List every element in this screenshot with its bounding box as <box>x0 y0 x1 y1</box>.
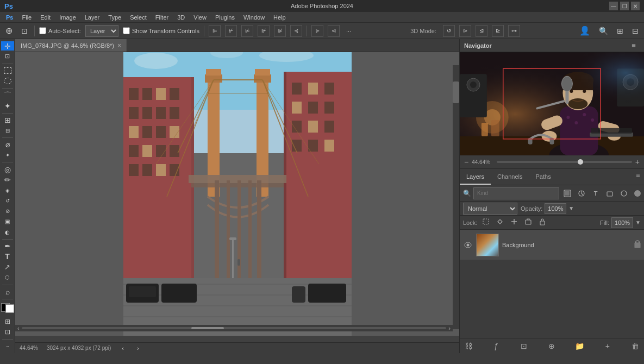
profile-btn[interactable]: 👤 <box>577 24 592 37</box>
color-swatch[interactable] <box>1 303 14 312</box>
crop-btn[interactable]: ⊞ <box>1 115 14 124</box>
tab-close-btn[interactable]: × <box>117 42 121 49</box>
more-tools-btn[interactable]: ··· <box>1 342 14 351</box>
tab-channels[interactable]: Channels <box>491 169 529 185</box>
path-sel-btn[interactable]: ↗ <box>1 262 14 272</box>
menu-plugins[interactable]: Plugins <box>211 13 239 22</box>
align-center-h-btn[interactable]: ⊬ <box>225 25 237 37</box>
marquee-rect-btn[interactable] <box>1 66 14 75</box>
marquee-ellipse-btn[interactable] <box>1 77 14 86</box>
blur-btn[interactable]: ◐ <box>1 228 14 237</box>
menu-filter[interactable]: Filter <box>152 13 172 22</box>
close-button[interactable]: ✕ <box>631 2 640 10</box>
workspace-btn[interactable]: ⊞ <box>615 26 626 36</box>
shape-btn[interactable]: ⬡ <box>1 273 14 282</box>
menu-type[interactable]: Type <box>104 13 125 22</box>
scroll-left-btn[interactable]: ‹ <box>17 325 20 331</box>
tab-paths[interactable]: Paths <box>529 169 558 185</box>
adjust-filter-btn[interactable] <box>576 187 587 199</box>
more-options-btn[interactable]: ··· <box>344 27 353 35</box>
layers-menu-btn[interactable]: ≡ <box>632 169 644 181</box>
lock-pixels-btn[interactable] <box>495 217 505 228</box>
eyedropper-btn[interactable]: ⌀ <box>1 140 14 149</box>
slice-btn[interactable]: ⊟ <box>1 126 14 135</box>
distribute2-btn[interactable]: ⊲ <box>328 25 340 37</box>
zoom-btn[interactable]: ⌕ <box>1 287 14 296</box>
nav-zoom-slider[interactable] <box>497 161 632 163</box>
scroll-right-btn[interactable]: › <box>448 325 451 331</box>
align-left-btn[interactable]: ⊫ <box>209 25 221 37</box>
magic-wand-btn[interactable]: ✦ <box>1 102 14 111</box>
menu-help[interactable]: Help <box>270 13 290 22</box>
canvas-btn[interactable]: ⊞ <box>1 317 14 327</box>
opacity-input[interactable] <box>545 203 566 214</box>
type-filter-btn[interactable]: T <box>590 187 602 199</box>
gradient-btn[interactable]: ▣ <box>1 217 14 226</box>
share-btn[interactable]: ⊟ <box>630 26 641 36</box>
blend-mode-select[interactable]: Normal Dissolve Multiply Screen Overlay <box>463 203 517 215</box>
3d-pan-btn[interactable]: ⊳ <box>459 25 471 37</box>
pen-btn[interactable]: ✒ <box>1 242 14 251</box>
lock-all-btn[interactable] <box>537 217 548 228</box>
align-right-btn[interactable]: ⊭ <box>241 25 253 37</box>
navigator-menu-btn[interactable]: ≡ <box>628 40 640 52</box>
layer-row-background[interactable]: Background <box>460 230 644 260</box>
canvas-hscroll[interactable]: ‹ › <box>15 325 453 331</box>
pixel-filter-btn[interactable] <box>561 187 573 199</box>
menu-view[interactable]: View <box>190 13 210 22</box>
menu-layer[interactable]: Layer <box>81 13 104 22</box>
title-bar-controls[interactable]: — ❐ ✕ <box>609 2 640 10</box>
new-layer-btn[interactable]: + <box>602 341 613 352</box>
history-btn[interactable]: ↺ <box>1 196 14 205</box>
search-btn[interactable]: 🔍 <box>597 26 610 36</box>
3d-move-btn[interactable]: ⊴ <box>476 25 487 37</box>
artboard-tool-btn[interactable]: ⊡ <box>1 52 14 61</box>
measure-btn[interactable]: ✦ <box>1 150 14 160</box>
background-color[interactable] <box>5 304 14 313</box>
lock-transparent-btn[interactable] <box>480 217 491 228</box>
move-tool-options[interactable]: ⊕ <box>3 24 15 37</box>
heal-btn[interactable]: ◎ <box>1 165 14 174</box>
filter-toggle[interactable] <box>634 190 641 197</box>
opacity-down-arrow[interactable]: ▼ <box>568 205 574 211</box>
transform-options[interactable]: ⊡ <box>19 26 30 36</box>
align-bottom-btn[interactable]: ⊰ <box>290 25 302 37</box>
layer-visibility-btn[interactable] <box>463 240 473 250</box>
add-style-btn[interactable]: ƒ <box>491 341 502 352</box>
new-fill-btn[interactable]: ⊕ <box>546 341 557 352</box>
status-nav-left[interactable]: ‹ <box>120 344 126 353</box>
align-center-v-btn[interactable]: ⊯ <box>274 25 286 37</box>
auto-select-checkbox[interactable] <box>39 27 46 34</box>
smart-filter-btn[interactable] <box>618 187 630 199</box>
3d-camera-btn[interactable]: ⊶ <box>508 25 520 37</box>
menu-edit[interactable]: Edit <box>36 13 54 22</box>
canvas-vscroll[interactable] <box>453 65 459 329</box>
restore-button[interactable]: ❐ <box>620 2 629 10</box>
text-btn[interactable]: T <box>1 252 14 261</box>
distribute-btn[interactable]: ⊱ <box>311 25 323 37</box>
nav-zoom-plus-btn[interactable]: + <box>635 158 640 166</box>
eraser-btn[interactable]: ⊘ <box>1 206 14 216</box>
menu-image[interactable]: Image <box>55 13 80 22</box>
tab-layers[interactable]: Layers <box>460 169 491 185</box>
transform-checkbox[interactable] <box>123 27 130 34</box>
canvas-tab[interactable]: IMG_0784.JPG @ 44.6% (RGB/8*) × <box>15 39 127 52</box>
menu-3d[interactable]: 3D <box>173 13 189 22</box>
lock-position-btn[interactable] <box>509 217 520 228</box>
minimize-button[interactable]: — <box>609 2 618 10</box>
kind-search-input[interactable] <box>473 187 559 199</box>
delete-layer-btn[interactable]: 🗑 <box>630 341 641 352</box>
auto-select-dropdown[interactable]: Layer Group <box>85 25 118 37</box>
shape-filter-btn[interactable] <box>604 187 616 199</box>
nav-zoom-minus-btn[interactable]: − <box>464 158 468 166</box>
move-tool-btn[interactable]: ✛ <box>1 41 14 51</box>
menu-window[interactable]: Window <box>240 13 268 22</box>
brush-btn[interactable]: ✏ <box>1 175 14 184</box>
add-mask-btn[interactable]: ⊡ <box>518 341 529 352</box>
menu-select[interactable]: Select <box>126 13 151 22</box>
stamp-btn[interactable]: ◈ <box>1 186 14 195</box>
menu-file[interactable]: File <box>18 13 35 22</box>
3d-rotate-btn[interactable]: ↺ <box>443 25 455 37</box>
fill-down-arrow[interactable]: ▼ <box>635 219 641 225</box>
link-layers-btn[interactable]: ⛓ <box>463 341 474 352</box>
